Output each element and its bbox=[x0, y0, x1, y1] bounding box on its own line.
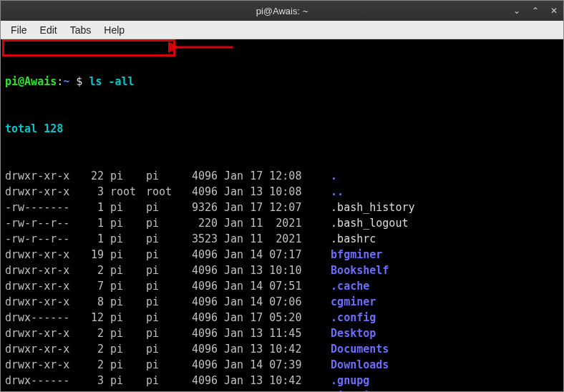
file-name: bfgminer bbox=[331, 247, 382, 263]
listing-row: drwx------3 pipi4096 Jan 13 10:42 .gnupg bbox=[5, 373, 559, 388]
listing-row: drwxr-xr-x2 pipi4096 Jan 13 10:42 Docume… bbox=[5, 341, 559, 357]
listing-row: drwxr-xr-x22 pipi4096 Jan 17 12:08 . bbox=[5, 168, 559, 184]
menu-tabs[interactable]: Tabs bbox=[64, 22, 97, 38]
listing: drwxr-xr-x22 pipi4096 Jan 17 12:08 .drwx… bbox=[5, 168, 559, 391]
listing-row: -rw-r--r--1 pipi220 Jan 11 2021 .bash_lo… bbox=[5, 215, 559, 231]
file-name: .bash_history bbox=[331, 200, 414, 215]
close-icon[interactable]: ✕ bbox=[549, 6, 559, 16]
file-name: . bbox=[331, 168, 337, 184]
listing-row: drwxr-xr-x20 pipi4096 Jan 14 07:49 hidap… bbox=[5, 388, 559, 391]
prompt-userhost: pi@Awais bbox=[5, 74, 57, 89]
annotation-box bbox=[2, 39, 175, 57]
file-name: Downloads bbox=[331, 357, 389, 373]
listing-row: drwxr-xr-x7 pipi4096 Jan 14 07:51 .cache bbox=[5, 278, 559, 294]
menu-help[interactable]: Help bbox=[98, 22, 130, 38]
file-name: .config bbox=[331, 310, 376, 325]
prompt-sigil: $ bbox=[69, 74, 89, 89]
minimize-icon[interactable]: ⌄ bbox=[512, 6, 522, 16]
maximize-icon[interactable]: ⌃ bbox=[530, 6, 540, 16]
listing-row: drwxr-xr-x8 pipi4096 Jan 14 07:06 cgmine… bbox=[5, 294, 559, 310]
total-line: total 128 bbox=[5, 121, 559, 137]
window-title: pi@Awais: ~ bbox=[256, 6, 308, 16]
file-name: .bash_logout bbox=[331, 215, 408, 231]
file-name: cgminer bbox=[331, 294, 376, 310]
titlebar[interactable]: pi@Awais: ~ ⌄ ⌃ ✕ bbox=[1, 1, 563, 21]
listing-row: -rw-------1 pipi9326 Jan 17 12:07 .bash_… bbox=[5, 200, 559, 215]
listing-row: drwxr-xr-x3 rootroot4096 Jan 13 10:08 .. bbox=[5, 184, 559, 200]
prompt-colon: : bbox=[57, 74, 63, 89]
listing-row: drwxr-xr-x2 pipi4096 Jan 14 07:39 Downlo… bbox=[5, 357, 559, 373]
listing-row: drwx------12 pipi4096 Jan 17 05:20 .conf… bbox=[5, 310, 559, 325]
menu-file[interactable]: File bbox=[5, 22, 33, 38]
terminal-body[interactable]: pi@Awais:~ $ ls -all total 128 drwxr-xr-… bbox=[1, 39, 563, 391]
file-name: Bookshelf bbox=[331, 263, 389, 278]
menu-edit[interactable]: Edit bbox=[34, 22, 63, 38]
terminal-window: pi@Awais: ~ ⌄ ⌃ ✕ File Edit Tabs Help pi… bbox=[0, 0, 564, 392]
prompt-line: pi@Awais:~ $ ls -all bbox=[5, 74, 559, 89]
file-name: .. bbox=[331, 184, 344, 200]
listing-row: drwxr-xr-x2 pipi4096 Jan 13 11:45 Deskto… bbox=[5, 325, 559, 341]
prompt-cwd: ~ bbox=[63, 74, 69, 89]
menubar: File Edit Tabs Help bbox=[1, 21, 563, 39]
command-text: ls -all bbox=[89, 74, 134, 89]
file-name: .bashrc bbox=[331, 231, 376, 247]
file-name: hidapi bbox=[331, 388, 369, 391]
window-controls: ⌄ ⌃ ✕ bbox=[512, 6, 559, 16]
file-name: .cache bbox=[331, 278, 369, 294]
listing-row: drwxr-xr-x2 pipi4096 Jan 13 10:10 Booksh… bbox=[5, 263, 559, 278]
listing-row: drwxr-xr-x19 pipi4096 Jan 14 07:17 bfgmi… bbox=[5, 247, 559, 263]
file-name: .gnupg bbox=[331, 373, 369, 388]
listing-row: -rw-r--r--1 pipi3523 Jan 11 2021 .bashrc bbox=[5, 231, 559, 247]
annotation-arrow-icon bbox=[168, 39, 240, 56]
file-name: Documents bbox=[331, 341, 389, 357]
file-name: Desktop bbox=[331, 325, 376, 341]
